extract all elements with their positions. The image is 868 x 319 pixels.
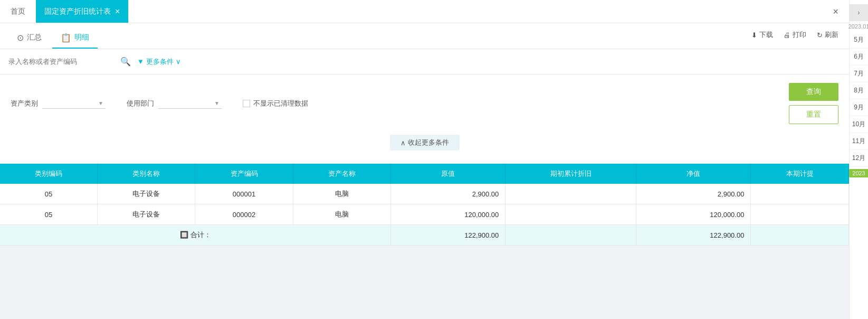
cell-net-value: 2,900.00 [636, 184, 751, 204]
summary-icon: ⊙ [17, 33, 24, 43]
col-net-value: 净值 [636, 164, 751, 184]
fixed-assets-tab[interactable]: 固定资产折旧统计表 × [36, 0, 128, 23]
sidebar-month-7[interactable]: 7月 [850, 65, 868, 82]
total-label-cell: 🔲合计： [0, 225, 391, 246]
detail-icon: 📋 [61, 33, 71, 43]
cell-accumulated-depreciation [505, 184, 636, 204]
department-filter: 使用部门 ▼ [127, 98, 222, 109]
close-tab-button[interactable]: × [115, 7, 120, 16]
table-row[interactable]: 05 电子设备 000002 电脑 120,000.00 120,000.00 [0, 204, 849, 225]
cell-category-name: 电子设备 [97, 204, 195, 225]
hide-cleared-checkbox[interactable] [243, 100, 250, 107]
asset-type-select[interactable]: ▼ [42, 98, 106, 109]
tab-label: 固定资产折旧统计表 [44, 7, 111, 16]
collapse-icon: ∧ [400, 139, 406, 147]
col-category-code: 类别编码 [0, 164, 97, 184]
hide-cleared-label: 不显示已清理数据 [253, 99, 308, 108]
sidebar-month-9[interactable]: 9月 [850, 99, 868, 116]
table-total-row: 🔲合计： 122,900.00 122,900.00 [0, 225, 849, 246]
refresh-icon: ↻ [817, 31, 823, 39]
download-button[interactable]: ⬇ 下载 [751, 30, 773, 40]
hide-cleared-filter: 不显示已清理数据 [243, 99, 308, 108]
sidebar-expand-button[interactable]: › [850, 4, 868, 21]
collapse-row: ∧ 收起更多条件 [11, 130, 838, 155]
total-net-value: 122,900.00 [636, 225, 751, 246]
cell-current-period [751, 184, 849, 204]
refresh-button[interactable]: ↻ 刷新 [817, 30, 838, 40]
query-button[interactable]: 查询 [789, 83, 838, 101]
col-category-name: 类别名称 [97, 164, 195, 184]
print-icon: 🖨 [784, 31, 790, 39]
search-input[interactable] [8, 58, 114, 65]
tab-summary-label: 汇总 [27, 33, 42, 42]
total-current-period [751, 225, 849, 246]
date-label: 2023.01 [847, 21, 868, 32]
tab-detail[interactable]: 📋 明细 [52, 27, 98, 49]
cell-asset-code: 000002 [195, 204, 293, 225]
cell-net-value: 120,000.00 [636, 204, 751, 225]
cell-original-value: 120,000.00 [391, 204, 505, 225]
cell-category-code: 05 [0, 204, 97, 225]
filter-panel: 资产类别 ▼ 使用部门 ▼ 不显示已清理数据 查询 重置 [0, 74, 849, 164]
col-original-value: 原值 [391, 164, 505, 184]
sidebar-month-8[interactable]: 8月 [850, 82, 868, 99]
refresh-label: 刷新 [825, 30, 838, 40]
data-table-container: 类别编码 类别名称 资产编码 资产名称 原值 期初累计折旧 净值 本期计提 05… [0, 164, 849, 319]
cell-accumulated-depreciation [505, 204, 636, 225]
data-table: 类别编码 类别名称 资产编码 资产名称 原值 期初累计折旧 净值 本期计提 05… [0, 164, 849, 246]
filter-icon: ▼ [137, 58, 144, 65]
print-label: 打印 [793, 30, 806, 40]
cell-category-name: 电子设备 [97, 184, 195, 204]
cell-asset-code: 000001 [195, 184, 293, 204]
tab-summary[interactable]: ⊙ 汇总 [8, 27, 50, 49]
total-accumulated-depreciation [505, 225, 636, 246]
total-original-value: 122,900.00 [391, 225, 505, 246]
collapse-label: 收起更多条件 [408, 138, 449, 147]
more-conditions-label: 更多条件 [146, 57, 174, 67]
department-value [160, 99, 212, 107]
collapse-button[interactable]: ∧ 收起更多条件 [390, 135, 460, 151]
download-icon: ⬇ [751, 31, 757, 39]
download-label: 下载 [759, 30, 773, 40]
cell-current-period [751, 204, 849, 225]
asset-type-label: 资产类别 [11, 99, 38, 108]
col-asset-code: 资产编码 [195, 164, 293, 184]
more-conditions-button[interactable]: ▼ 更多条件 ∨ [137, 57, 181, 67]
cell-category-code: 05 [0, 184, 97, 204]
search-bar: 🔍 ▼ 更多条件 ∨ [0, 49, 849, 74]
print-button[interactable]: 🖨 打印 [784, 30, 806, 40]
chevron-down-icon: ∨ [176, 58, 181, 65]
tab-detail-label: 明细 [74, 33, 89, 42]
sidebar-month-10[interactable]: 10月 [850, 116, 868, 133]
year-badge[interactable]: 2023 [849, 169, 868, 177]
department-select[interactable]: ▼ [158, 98, 222, 109]
search-icon[interactable]: 🔍 [120, 57, 131, 67]
sidebar-month-11[interactable]: 11月 [850, 133, 868, 150]
col-asset-name: 资产名称 [293, 164, 391, 184]
home-nav-item[interactable]: 首页 [0, 0, 36, 23]
department-arrow-icon: ▼ [214, 100, 220, 106]
sidebar-month-5[interactable]: 5月 [850, 32, 868, 49]
filter-action-buttons: 查询 重置 [789, 83, 838, 124]
right-sidebar: › 2023.01 5月 6月 7月 8月 9月 10月 11月 12月 202… [849, 0, 868, 319]
table-row[interactable]: 05 电子设备 000001 电脑 2,900.00 2,900.00 [0, 184, 849, 204]
col-current-period: 本期计提 [751, 164, 849, 184]
cell-asset-name: 电脑 [293, 184, 391, 204]
asset-type-filter: 资产类别 ▼ [11, 98, 106, 109]
cell-original-value: 2,900.00 [391, 184, 505, 204]
department-label: 使用部门 [127, 99, 154, 108]
sidebar-month-12[interactable]: 12月 [850, 150, 868, 167]
table-header-row: 类别编码 类别名称 资产编码 资产名称 原值 期初累计折旧 净值 本期计提 [0, 164, 849, 184]
asset-type-arrow-icon: ▼ [98, 100, 103, 106]
total-icon: 🔲 [180, 231, 188, 239]
reset-button[interactable]: 重置 [789, 105, 838, 124]
cell-asset-name: 电脑 [293, 204, 391, 225]
sidebar-month-6[interactable]: 6月 [850, 49, 868, 65]
asset-type-value [44, 99, 96, 107]
close-window-button[interactable]: × [833, 6, 838, 17]
col-accumulated-depreciation: 期初累计折旧 [505, 164, 636, 184]
